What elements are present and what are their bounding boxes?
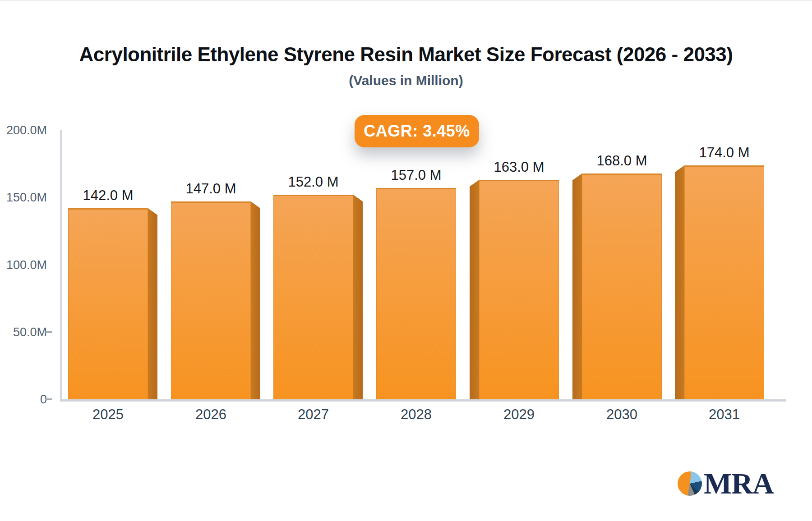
plot-area: 200.0M150.0M100.0M50.0M0142.0 M2025147.0… bbox=[0, 1, 812, 521]
bar-2027-side-face bbox=[353, 195, 363, 399]
bar-2031 bbox=[684, 165, 764, 399]
bar-2031-side-face bbox=[675, 165, 684, 399]
x-axis-label: 2031 bbox=[670, 407, 779, 423]
bar-value-label: 174.0 M bbox=[670, 145, 779, 161]
x-axis-label: 2030 bbox=[568, 407, 676, 423]
bar-2029 bbox=[479, 180, 559, 399]
bar-2029-side-face bbox=[470, 180, 479, 399]
y-axis-line bbox=[60, 130, 62, 399]
bar-2027 bbox=[273, 195, 353, 399]
pie-chart-logo-icon bbox=[678, 471, 702, 496]
bar-2030-side-face bbox=[572, 174, 582, 399]
bar-value-label: 152.0 M bbox=[259, 174, 368, 190]
bar-2026-side-face bbox=[251, 201, 260, 399]
y-tick-label: 0 bbox=[0, 392, 47, 407]
y-tick-label: 100.0M bbox=[0, 257, 47, 273]
y-tick-label: 200.0M bbox=[0, 123, 47, 138]
bar-2025 bbox=[68, 208, 148, 399]
bar-2028 bbox=[376, 188, 456, 399]
bar-2025-side-face bbox=[148, 208, 157, 399]
brand-logo: MRA bbox=[678, 469, 774, 498]
y-tick-label: 150.0M bbox=[0, 190, 47, 205]
x-axis-label: 2025 bbox=[54, 407, 162, 423]
x-axis-label: 2026 bbox=[157, 407, 265, 423]
bar-2030 bbox=[582, 174, 662, 399]
bar-value-label: 157.0 M bbox=[362, 167, 471, 183]
page: Acrylonitrile Ethylene Styrene Resin Mar… bbox=[0, 0, 812, 521]
x-axis-label: 2029 bbox=[465, 407, 573, 423]
bar-value-label: 142.0 M bbox=[54, 187, 162, 204]
x-axis-label: 2027 bbox=[259, 407, 368, 423]
y-tick-dash bbox=[45, 331, 52, 333]
x-axis-line bbox=[60, 399, 786, 402]
bar-value-label: 147.0 M bbox=[157, 181, 265, 197]
x-axis-label: 2028 bbox=[362, 407, 471, 423]
bar-2026 bbox=[171, 201, 251, 399]
bar-value-label: 163.0 M bbox=[465, 159, 573, 175]
y-tick-dash bbox=[45, 398, 52, 400]
bar-value-label: 168.0 M bbox=[568, 153, 676, 169]
y-tick-label: 50.0M bbox=[0, 324, 47, 340]
logo-text: MRA bbox=[704, 469, 774, 498]
